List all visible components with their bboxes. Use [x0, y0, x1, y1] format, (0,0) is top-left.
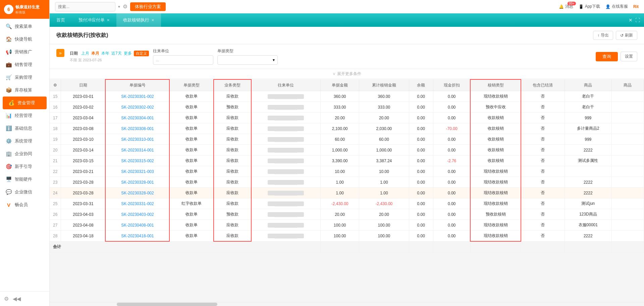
topbar-gear-icon[interactable]: ⚙	[123, 3, 127, 10]
sn-link[interactable]: SK-20230331-002	[121, 201, 154, 206]
query-btn[interactable]: 查询	[596, 52, 618, 61]
sidebar-item-basic[interactable]: ℹ️ 基础信息	[0, 122, 49, 135]
sn-link[interactable]: SK-20230328-002	[121, 191, 154, 195]
cell-verify-type: 现结收款核销	[470, 231, 521, 242]
export-btn[interactable]: ↑ 导出	[593, 31, 613, 40]
topbar-search-input[interactable]	[55, 2, 115, 11]
cell-partner: ████████	[251, 188, 321, 198]
close-tab2-icon[interactable]: ✕	[151, 18, 154, 22]
cell-verify-type: 现结收款核销	[470, 220, 521, 231]
this-year-btn[interactable]: 本年	[101, 51, 109, 56]
filter-toggle-btn[interactable]: »	[56, 49, 64, 57]
close-window-icon[interactable]: ✕	[629, 17, 633, 23]
sidebar-item-hardware[interactable]: 🖥️ 智能硬件	[0, 173, 49, 186]
cell-included: 否	[521, 220, 565, 231]
sidebar-item-guide[interactable]: 🎯 新手引导	[0, 160, 49, 173]
close-tab1-icon[interactable]: ✕	[107, 18, 110, 22]
tab-prepay[interactable]: 预付冲应付单 ✕	[72, 13, 116, 27]
sidebar-item-system[interactable]: ⚙️ 系统管理	[0, 135, 49, 147]
bell-icon: 🔔	[559, 4, 564, 9]
cell-goods1: 2222	[565, 231, 611, 242]
sn-link[interactable]: SK-20230321-003	[121, 169, 154, 174]
partner-label: 往来单位	[153, 48, 213, 54]
cell-goods2	[611, 209, 644, 220]
sidebar-item-wechat[interactable]: 💬 企业微信	[0, 186, 49, 198]
last-month-btn[interactable]: 上月	[81, 51, 89, 56]
tab-verify[interactable]: 收款核销执行 ✕	[116, 13, 161, 27]
col-accum-header: 累计核销金额	[359, 79, 409, 91]
cell-biz-type: 应收款	[214, 177, 251, 188]
sn-link[interactable]: SK-20230308-001	[121, 126, 154, 131]
refresh-btn[interactable]: ↺ 刷新	[616, 31, 637, 40]
cell-verify-type: 收款核销	[470, 123, 521, 134]
sidebar-item-inventory[interactable]: 📦 库存核算	[0, 84, 49, 97]
sidebar-item-marketing[interactable]: 📢 营销推广	[0, 46, 49, 58]
sidebar-nav: 🔍 搜索菜单 🏠 快捷导航 📢 营销推广 💼 销售管理 🛒 采购管理 📦 库存核…	[0, 19, 49, 291]
cell-sn: SK-20230301-002	[105, 91, 169, 102]
settings-icon[interactable]: ⚙	[4, 296, 9, 302]
setting-btn[interactable]: 设置	[621, 52, 637, 61]
cell-biz-type: 应收款	[214, 134, 251, 145]
cell-sn: SK-20230315-002	[105, 156, 169, 166]
page-title: 收款核销执行(按收款)	[56, 32, 108, 39]
horizontal-scrollbar[interactable]	[50, 302, 644, 306]
sidebar-item-search[interactable]: 🔍 搜索菜单	[0, 20, 49, 33]
sn-link[interactable]: SK-20230304-001	[121, 116, 154, 120]
bill-type-label: 单据类型	[217, 48, 278, 54]
footer-included	[521, 241, 565, 252]
cell-balance: 0.00	[409, 177, 433, 188]
cell-partner: ████████	[251, 231, 321, 242]
sn-link[interactable]: SK-20230314-001	[121, 148, 154, 152]
sidebar-item-purchase[interactable]: 🛒 采购管理	[0, 71, 49, 84]
cell-discount: 0.00	[433, 188, 470, 198]
sidebar-item-sales[interactable]: 💼 销售管理	[0, 58, 49, 71]
sn-link[interactable]: SK-20230301-002	[121, 94, 154, 99]
sidebar-item-quicknav[interactable]: 🏠 快捷导航	[0, 33, 49, 46]
scrollbar-thumb[interactable]	[117, 303, 217, 306]
maximize-icon[interactable]: ⛶	[635, 17, 640, 23]
this-month-btn[interactable]: 本月	[91, 51, 99, 56]
sn-link[interactable]: SK-20230310-001	[121, 137, 154, 142]
app-download-btn[interactable]: 📱 App下载	[579, 4, 600, 9]
notification-btn[interactable]: 🔔 消息 99+	[559, 4, 573, 9]
sn-link[interactable]: SK-20230328-001	[121, 180, 154, 185]
cell-no: 28	[50, 231, 61, 242]
cell-balance: 0.00	[409, 231, 433, 242]
cell-accum: 100.00	[359, 231, 409, 242]
cell-bill-type: 收款单	[169, 188, 213, 198]
sidebar-item-label: 快捷导航	[15, 36, 32, 42]
col-gear-icon[interactable]: ⚙	[50, 79, 61, 91]
cell-goods2	[611, 198, 644, 209]
date-filter-group: 日期 上月 本月 本年 近7天 更多 自定义 不限 至 2023-07-26	[70, 51, 149, 63]
user-account[interactable]: Rit	[633, 4, 639, 9]
last7days-btn[interactable]: 近7天	[111, 51, 122, 56]
more-date-btn[interactable]: 更多	[124, 51, 132, 56]
sn-link[interactable]: SK-20230315-002	[121, 159, 154, 163]
cell-no: 21	[50, 156, 61, 166]
sidebar-item-member[interactable]: V 畅会员	[0, 198, 49, 211]
sn-link[interactable]: SK-20230408-001	[121, 223, 154, 228]
cell-date: 2023-04-08	[61, 220, 106, 231]
sn-link[interactable]: SK-20230418-001	[121, 234, 154, 238]
sidebar-item-fund[interactable]: 💰 资金管理	[3, 97, 47, 109]
sn-link[interactable]: SK-20230403-002	[121, 212, 154, 217]
col-date-header: 日期	[61, 79, 106, 91]
table-row: 26 2023-04-03 SK-20230403-002 收款单 预收款 ██…	[50, 209, 644, 220]
cell-goods2	[611, 166, 644, 177]
sn-link[interactable]: SK-20230302-002	[121, 105, 154, 110]
bill-type-select[interactable]: ▾	[217, 55, 278, 65]
online-service-btn[interactable]: 👤 在线客服	[605, 4, 628, 9]
partner-input[interactable]: ...	[153, 55, 213, 65]
cell-discount: 0.00	[433, 134, 470, 145]
custom-date-btn[interactable]: 自定义	[134, 51, 149, 56]
industry-btn[interactable]: 体验行业方案	[130, 2, 166, 11]
sidebar-item-corp[interactable]: 🏢 企业协同	[0, 147, 49, 160]
collapse-icon[interactable]: ◀◀	[13, 296, 21, 302]
sidebar-item-operation[interactable]: 📊 经营管理	[0, 109, 49, 122]
cell-no: 18	[50, 123, 61, 134]
dropdown-arrow-icon[interactable]: ▾	[118, 4, 120, 9]
cell-included: 否	[521, 198, 565, 209]
expand-more-btn[interactable]: ∨ 展开更多条件	[50, 69, 644, 79]
cell-amount: 100.00	[321, 220, 359, 231]
tab-home[interactable]: 首页	[50, 13, 72, 27]
